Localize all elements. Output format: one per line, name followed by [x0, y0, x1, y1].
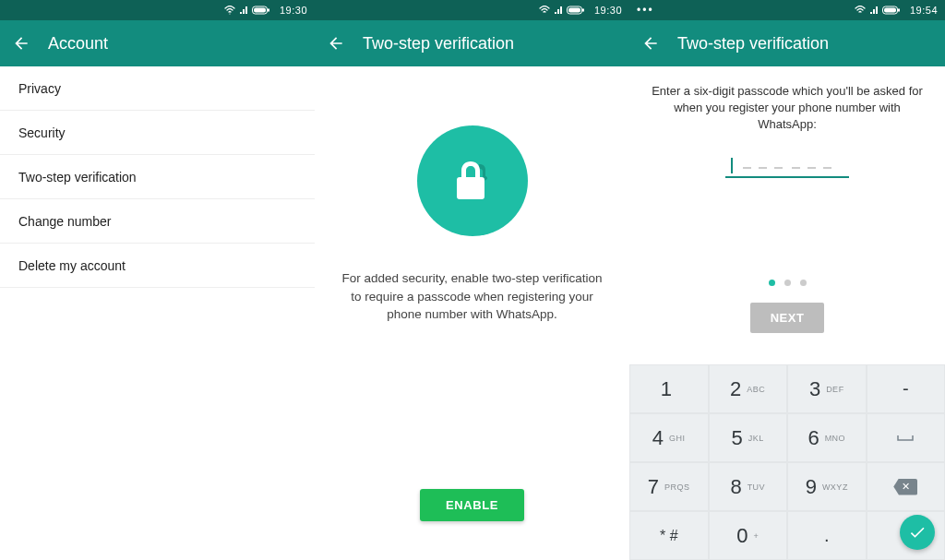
confirm-fab[interactable]: [900, 515, 935, 550]
status-time: 19:54: [910, 5, 938, 16]
svg-rect-4: [568, 8, 580, 13]
app-bar: Two-step verification: [629, 20, 945, 66]
page-indicator: [769, 280, 807, 286]
passcode-digit: [759, 167, 767, 169]
key-0[interactable]: 0+: [709, 511, 788, 560]
screen-two-step-passcode: ••• 19:54 Two-step verification Enter a …: [629, 0, 945, 560]
wifi-icon: [539, 6, 550, 15]
key-7[interactable]: 7PRQS: [629, 462, 709, 511]
screen-two-step-intro: 19:30 Two-step verification For added se…: [315, 0, 629, 560]
app-bar: Account: [0, 20, 315, 66]
page-title: Account: [48, 34, 108, 54]
backspace-icon: ✕: [893, 479, 917, 495]
key-4[interactable]: 4GHI: [629, 413, 709, 462]
text-cursor: [731, 158, 733, 173]
status-time: 19:30: [280, 5, 307, 16]
key-backspace[interactable]: ✕: [867, 462, 946, 511]
battery-icon: [882, 6, 901, 15]
svg-rect-6: [457, 177, 484, 199]
next-button[interactable]: NEXT: [750, 303, 825, 333]
key-symbols[interactable]: * #: [629, 511, 709, 560]
list-item-delete-account[interactable]: Delete my account: [0, 244, 315, 288]
page-dot-1: [769, 280, 775, 286]
signal-icon: [554, 6, 563, 15]
status-bar: 19:30: [0, 0, 315, 20]
key-2[interactable]: 2ABC: [709, 364, 788, 413]
list-item-privacy[interactable]: Privacy: [0, 66, 315, 111]
page-title: Two-step verification: [363, 34, 514, 54]
status-icons: [855, 6, 901, 15]
list-item-two-step[interactable]: Two-step verification: [0, 155, 315, 199]
list-item-security[interactable]: Security: [0, 111, 315, 155]
svg-rect-8: [884, 8, 896, 13]
status-icons: [539, 6, 585, 15]
passcode-group-2: [792, 167, 831, 173]
wifi-icon: [855, 6, 866, 15]
status-bar: ••• 19:54: [629, 0, 945, 20]
description-text: For added security, enable two-step veri…: [329, 269, 615, 324]
passcode-group-1: [743, 167, 783, 173]
passcode-digit: [807, 167, 816, 169]
space-icon: [896, 434, 915, 443]
key-1[interactable]: 1: [629, 364, 709, 413]
status-time: 19:30: [594, 5, 622, 16]
screen-account: 19:30 Account Privacy Security Two-step …: [0, 0, 315, 560]
back-button[interactable]: [11, 33, 31, 54]
key-period[interactable]: .: [787, 511, 867, 560]
passcode-digit: [792, 167, 800, 169]
wifi-icon: [224, 6, 235, 15]
svg-rect-5: [582, 9, 584, 12]
passcode-digit: [823, 167, 831, 169]
battery-icon: [252, 6, 270, 15]
key-5[interactable]: 5JKL: [709, 413, 788, 462]
svg-rect-9: [898, 9, 900, 12]
key-9[interactable]: 9WXYZ: [787, 462, 867, 511]
svg-rect-2: [268, 9, 269, 12]
menu-dots-icon: •••: [637, 4, 654, 17]
content-area: For added security, enable two-step veri…: [315, 66, 629, 560]
check-icon: [908, 523, 927, 542]
arrow-left-icon: [12, 34, 30, 53]
status-icons: [224, 6, 270, 15]
page-title: Two-step verification: [677, 34, 829, 54]
app-bar: Two-step verification: [315, 20, 629, 66]
arrow-left-icon: [641, 34, 660, 53]
back-button[interactable]: [640, 33, 661, 54]
signal-icon: [239, 6, 248, 15]
passcode-input[interactable]: [725, 152, 849, 178]
svg-rect-1: [254, 8, 266, 13]
key-3[interactable]: 3DEF: [787, 364, 867, 413]
prompt-text: Enter a six-digit passcode which you'll …: [642, 83, 932, 134]
page-dot-2: [784, 280, 791, 286]
page-dot-3: [800, 280, 807, 286]
passcode-digit: [743, 167, 751, 169]
list-item-change-number[interactable]: Change number: [0, 199, 315, 244]
enable-button[interactable]: ENABLE: [420, 489, 524, 521]
key-dash[interactable]: -: [867, 364, 946, 413]
lock-icon: [443, 151, 502, 210]
signal-icon: [869, 6, 879, 15]
back-button[interactable]: [326, 33, 346, 54]
lock-illustration: [417, 125, 528, 236]
key-6[interactable]: 6MNO: [787, 413, 867, 462]
key-confirm[interactable]: [867, 511, 946, 560]
arrow-left-icon: [327, 34, 345, 53]
settings-list: Privacy Security Two-step verification C…: [0, 66, 315, 288]
key-8[interactable]: 8TUV: [709, 462, 788, 511]
numeric-keypad: 1 2ABC 3DEF - 4GHI 5JKL 6MNO 7PRQS 8TUV …: [629, 364, 945, 560]
battery-icon: [567, 6, 585, 15]
passcode-digit: [774, 167, 783, 169]
key-space[interactable]: [867, 413, 946, 462]
status-bar: 19:30: [315, 0, 629, 20]
